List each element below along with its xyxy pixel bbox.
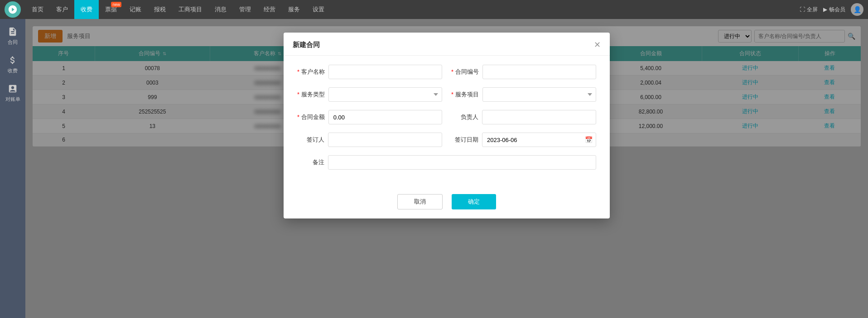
service-item-select[interactable] (482, 87, 596, 102)
fullscreen-icon: ⛶ (800, 6, 805, 13)
nav-guanli[interactable]: 管理 (233, 0, 257, 19)
contract-icon (7, 26, 18, 37)
nav-items: 首页 客户 收费 票据 new 记账 报税 工商项目 消息 管理 经营 服务 设… (25, 0, 800, 19)
modal-new-contract: 新建合同 ✕ 客户名称 合同编号 (284, 33, 610, 218)
statement-icon (7, 83, 18, 94)
form-group-amount: 合同金额 (297, 110, 442, 124)
form-row-5: 备注 (297, 155, 596, 170)
amount-label: 合同金额 (297, 113, 325, 121)
responsible-input[interactable] (482, 110, 596, 124)
nav-shoufei[interactable]: 收费 (74, 0, 99, 19)
signer-label: 签订人 (297, 136, 324, 144)
content-area: 新增 服务项目 进行中 已完成 已终止 🔍 序号 合同编号 ⇅ (25, 19, 868, 318)
nav-gongshang[interactable]: 工商项目 (172, 0, 208, 19)
sidebar-item-label-duizhangdan: 对账单 (5, 96, 20, 103)
form-group-contract-no: 合同编号 (451, 65, 596, 79)
fee-icon (7, 55, 18, 66)
form-row-3: 合同金额 负责人 (297, 110, 596, 124)
nav-jingying[interactable]: 经营 (257, 0, 282, 19)
amount-input[interactable] (328, 110, 442, 124)
modal-close-button[interactable]: ✕ (594, 40, 601, 50)
service-type-select[interactable] (328, 87, 442, 102)
signer-input[interactable] (328, 133, 442, 147)
customer-name-label: 客户名称 (297, 68, 325, 76)
sidebar: 合同 收费 对账单 (0, 19, 25, 318)
top-navigation: 首页 客户 收费 票据 new 记账 报税 工商项目 消息 管理 经营 服务 设… (0, 0, 868, 19)
nav-right: ⛶ 全屏 ▶ 畅会员 👤 (800, 3, 863, 16)
cancel-button[interactable]: 取消 (397, 194, 443, 209)
member-button[interactable]: ▶ 畅会员 (823, 6, 845, 14)
modal-title: 新建合同 (293, 41, 320, 49)
sidebar-item-shoufei[interactable]: 收费 (1, 51, 24, 78)
avatar[interactable]: 👤 (851, 3, 863, 16)
contract-no-label: 合同编号 (451, 68, 479, 76)
nav-home[interactable]: 首页 (25, 0, 50, 19)
form-group-note: 备注 (297, 155, 596, 170)
nav-fuwu[interactable]: 服务 (282, 0, 306, 19)
confirm-button[interactable]: 确定 (452, 194, 496, 209)
form-group-service-type: 服务类型 (297, 87, 442, 102)
form-group-responsible: 负责人 (451, 110, 596, 124)
note-input[interactable] (328, 155, 596, 170)
sign-date-label: 签订日期 (451, 136, 478, 144)
fullscreen-button[interactable]: ⛶ 全屏 (800, 6, 818, 14)
nav-xiaoxi[interactable]: 消息 (208, 0, 233, 19)
new-badge: new (111, 2, 121, 7)
form-group-signer: 签订人 (297, 133, 442, 147)
nav-baoshui[interactable]: 报税 (148, 0, 172, 19)
sign-date-wrapper: 📅 (482, 133, 596, 147)
main-layout: 合同 收费 对账单 新增 服务项目 进行中 已完成 (0, 19, 868, 318)
service-type-label: 服务类型 (297, 90, 325, 99)
calendar-icon[interactable]: 📅 (585, 136, 593, 143)
contract-no-input[interactable] (482, 65, 596, 79)
note-label: 备注 (297, 158, 324, 166)
sidebar-item-label-hetong: 合同 (8, 39, 18, 46)
sign-date-input[interactable] (482, 133, 596, 147)
nav-piaoju[interactable]: 票据 new (99, 0, 123, 19)
nav-jizhan[interactable]: 记账 (123, 0, 148, 19)
form-group-sign-date: 签订日期 📅 (451, 133, 596, 147)
form-row-2: 服务类型 服务项目 (297, 87, 596, 102)
play-icon: ▶ (823, 6, 827, 13)
service-item-label: 服务项目 (451, 90, 479, 99)
nav-customer[interactable]: 客户 (50, 0, 74, 19)
responsible-label: 负责人 (451, 113, 478, 121)
modal-header: 新建合同 ✕ (284, 33, 610, 56)
app-logo (5, 1, 21, 18)
sidebar-item-hetong[interactable]: 合同 (1, 23, 24, 49)
modal-overlay: 新建合同 ✕ 客户名称 合同编号 (25, 19, 868, 318)
form-group-customer: 客户名称 (297, 65, 442, 79)
customer-name-input[interactable] (328, 65, 442, 79)
form-row-4: 签订人 签订日期 📅 (297, 133, 596, 147)
form-row-1: 客户名称 合同编号 (297, 65, 596, 79)
nav-shezhi[interactable]: 设置 (306, 0, 331, 19)
sidebar-item-duizhangdan[interactable]: 对账单 (1, 80, 24, 106)
sidebar-item-label-shoufei: 收费 (8, 67, 18, 74)
form-group-service-item: 服务项目 (451, 87, 596, 102)
modal-footer: 取消 确定 (284, 187, 610, 218)
modal-body: 客户名称 合同编号 服务类型 (284, 56, 610, 187)
